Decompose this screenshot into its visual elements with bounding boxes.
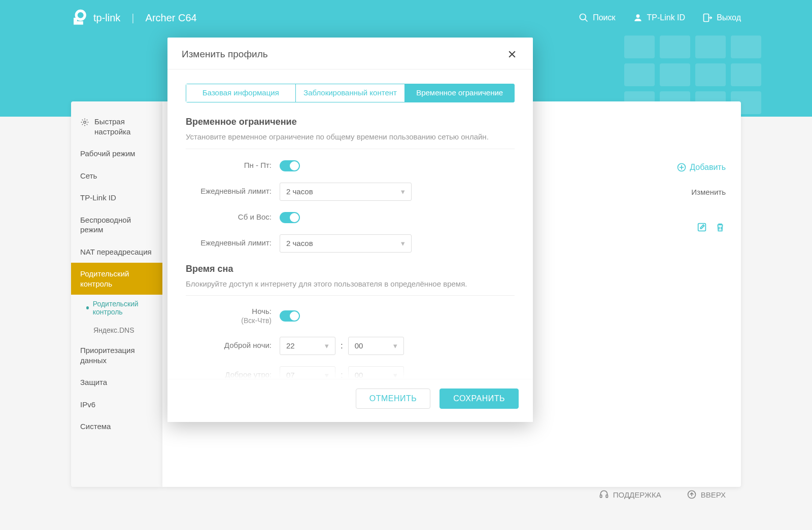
goodnight-hour-select[interactable]: 22 ▾: [280, 337, 335, 355]
page-footer: ПОДДЕРЖКА ВВЕРХ: [599, 489, 726, 500]
goodmorning-hour-select[interactable]: 07 ▾: [280, 366, 335, 379]
tplink-logo-icon: [71, 9, 88, 26]
tab-time-limit[interactable]: Временное ограничение: [405, 84, 515, 102]
section-bedtime-title: Время сна: [186, 264, 515, 274]
night-label-text: Ночь:: [252, 307, 272, 315]
sidebar-item-quick-setup[interactable]: Быстрая настройка: [71, 111, 162, 143]
section-time-limit-title: Временное ограничение: [186, 117, 515, 127]
cancel-button[interactable]: ОТМЕНИТЬ: [356, 388, 431, 409]
sidebar-item-label: NAT переадресация: [80, 248, 152, 256]
svg-point-3: [580, 14, 586, 20]
svg-rect-11: [606, 495, 607, 498]
support-link[interactable]: ПОДДЕРЖКА: [599, 489, 661, 500]
goodmorning-minute-select[interactable]: 00 ▾: [348, 366, 404, 379]
tab-label: Заблокированный контент: [303, 88, 397, 98]
brand-divider: |: [131, 12, 134, 24]
weekday-toggle[interactable]: [280, 160, 300, 171]
sidebar-item-wireless[interactable]: Беспроводной режим: [71, 209, 162, 241]
bullet-icon: [86, 329, 89, 332]
device-model: Archer C64: [146, 12, 197, 24]
select-value: 2 часов: [286, 187, 313, 196]
sidebar-item-tplink-id[interactable]: TP-Link ID: [71, 187, 162, 209]
svg-rect-10: [600, 495, 601, 498]
sidebar-item-label: Приоритезация данных: [80, 346, 135, 365]
night-label: Ночь: (Вск-Чтв): [186, 307, 280, 325]
sidebar-item-label: Быстрая настройка: [94, 117, 153, 136]
goodnight-minute-select[interactable]: 00 ▾: [348, 337, 404, 355]
sidebar-item-operation-mode[interactable]: Рабочий режим: [71, 143, 162, 165]
bullet-icon: [86, 306, 89, 309]
search-link[interactable]: Поиск: [579, 13, 615, 23]
sidebar-item-nat[interactable]: NAT переадресация: [71, 241, 162, 263]
add-profile-button[interactable]: Добавить: [676, 162, 726, 172]
logout-label: Выход: [717, 13, 741, 22]
sidebar-item-parental-control[interactable]: Родительский контроль: [71, 263, 162, 295]
close-icon: [507, 49, 517, 59]
sidebar-item-label: IPv6: [80, 400, 95, 409]
tplink-id-label: TP-Link ID: [647, 13, 686, 22]
edit-icon[interactable]: [696, 222, 707, 233]
plus-circle-icon: [676, 162, 687, 172]
chevron-down-icon: ▾: [325, 371, 329, 379]
tplink-id-link[interactable]: TP-Link ID: [633, 13, 686, 23]
sidebar-item-label: Рабочий режим: [80, 149, 135, 158]
svg-point-5: [636, 14, 639, 18]
sidebar-item-label: Родительский контроль: [80, 269, 129, 288]
save-button[interactable]: СОХРАНИТЬ: [439, 388, 519, 409]
edit-column-header: Изменить: [691, 188, 726, 196]
trash-icon[interactable]: [715, 222, 726, 233]
logout-link[interactable]: Выход: [702, 13, 741, 23]
sidebar-item-ipv6[interactable]: IPv6: [71, 394, 162, 416]
sidebar-subitem-yandex-dns[interactable]: Яндекс.DNS: [71, 321, 162, 339]
svg-rect-9: [698, 224, 706, 231]
add-profile-label: Добавить: [690, 163, 726, 172]
sidebar-item-security[interactable]: Защита: [71, 371, 162, 394]
logout-icon: [702, 13, 713, 23]
edit-profile-modal: Изменить профиль Базовая информация Забл…: [167, 38, 533, 422]
sidebar-item-label: Беспроводной режим: [80, 216, 131, 234]
chevron-down-icon: ▾: [401, 239, 405, 248]
weekend-toggle[interactable]: [280, 212, 300, 223]
save-label: СОХРАНИТЬ: [453, 394, 505, 403]
headset-icon: [599, 489, 609, 500]
gear-icon: [80, 118, 89, 127]
sidebar-item-network[interactable]: Сеть: [71, 165, 162, 187]
svg-line-4: [585, 19, 588, 22]
goodnight-label: Доброй ночи:: [186, 341, 280, 350]
sidebar-subitem-parental-control[interactable]: Родительский контроль: [71, 295, 162, 321]
svg-rect-6: [704, 14, 709, 22]
cancel-label: ОТМЕНИТЬ: [369, 394, 417, 403]
close-button[interactable]: [505, 48, 519, 61]
tab-basic-info[interactable]: Базовая информация: [186, 84, 296, 102]
section-time-limit-desc: Установите временное ограничение по обще…: [186, 131, 515, 143]
sidebar-subitem-label: Яндекс.DNS: [93, 326, 134, 334]
user-cloud-icon: [633, 13, 643, 23]
svg-point-7: [84, 121, 86, 124]
weekend-label: Сб и Вос:: [186, 213, 280, 222]
scroll-top-label: ВВЕРХ: [701, 490, 726, 499]
brand-logo: tp-link | Archer C64: [71, 9, 197, 26]
chevron-down-icon: ▾: [401, 187, 405, 196]
tab-label: Временное ограничение: [416, 88, 503, 98]
section-divider: [186, 149, 515, 149]
daily-limit-select-weekday[interactable]: 2 часов ▾: [280, 183, 412, 201]
chevron-down-icon: ▾: [393, 341, 397, 350]
modal-tabs: Базовая информация Заблокированный конте…: [186, 84, 515, 102]
scroll-top-link[interactable]: ВВЕРХ: [687, 489, 726, 500]
sidebar-item-system[interactable]: Система: [71, 415, 162, 438]
svg-rect-1: [74, 18, 77, 25]
time-colon: :: [341, 341, 343, 351]
night-toggle[interactable]: [280, 310, 300, 322]
daily-limit-label-weekend: Ежедневный лимит:: [186, 238, 280, 248]
select-value: 07: [286, 371, 295, 379]
chevron-down-icon: ▾: [325, 341, 329, 350]
tab-blocked-content[interactable]: Заблокированный контент: [296, 84, 405, 102]
weekday-label: Пн - Пт:: [186, 161, 280, 170]
svg-point-0: [76, 11, 85, 19]
select-value: 00: [355, 341, 363, 350]
goodmorning-label: Доброе утро:: [186, 370, 280, 379]
daily-limit-select-weekend[interactable]: 2 часов ▾: [280, 234, 412, 253]
sidebar-item-qos[interactable]: Приоритезация данных: [71, 339, 162, 371]
brand-name: tp-link: [93, 12, 120, 24]
sidebar-item-label: Защита: [80, 378, 107, 386]
